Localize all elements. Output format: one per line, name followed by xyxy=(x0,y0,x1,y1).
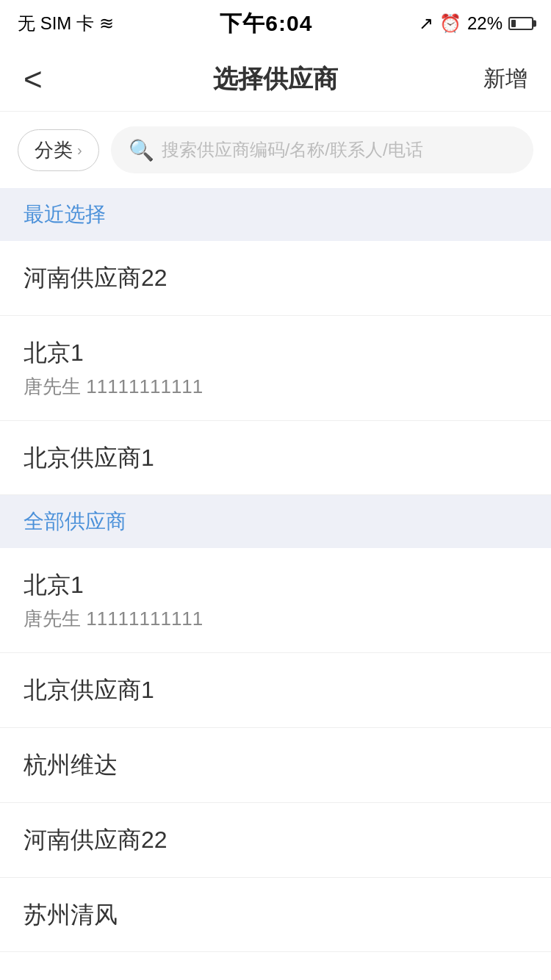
status-right: ↗ ⏰ 22% xyxy=(419,13,533,34)
list-item[interactable]: 河南供应商22 xyxy=(0,241,551,316)
list-item[interactable]: 北京1唐先生 11111111111 xyxy=(0,316,551,421)
search-icon: 🔍 xyxy=(129,138,154,162)
nav-bar: < 选择供应商 新增 xyxy=(0,47,551,112)
chevron-right-icon: › xyxy=(77,142,82,159)
add-button[interactable]: 新增 xyxy=(483,64,527,94)
supplier-name: 北京1 xyxy=(24,569,527,602)
page-title: 选择供应商 xyxy=(213,62,338,96)
all-section-header: 全部供应商 xyxy=(0,495,551,548)
status-time: 下午6:04 xyxy=(220,9,312,39)
all-section-label: 全部供应商 xyxy=(24,508,126,536)
supplier-name: 北京1 xyxy=(24,336,527,370)
recent-list: 河南供应商22北京1唐先生 11111111111北京供应商1 xyxy=(0,241,551,495)
status-bar: 无 SIM 卡 ≋ 下午6:04 ↗ ⏰ 22% xyxy=(0,0,551,47)
sim-status: 无 SIM 卡 ≋ xyxy=(18,12,114,35)
alarm-icon: ⏰ xyxy=(439,13,461,34)
supplier-name: 河南供应商22 xyxy=(24,262,527,295)
back-button[interactable]: < xyxy=(24,61,68,98)
search-input[interactable]: 🔍 搜索供应商编码/名称/联系人/电话 xyxy=(111,126,533,173)
supplier-name: 杭州维达 xyxy=(24,749,527,782)
list-item[interactable]: 北京供应商1 xyxy=(0,421,551,496)
list-item[interactable]: 河南供应商22 xyxy=(0,803,551,878)
category-filter[interactable]: 分类 › xyxy=(18,129,99,171)
battery-level: 22% xyxy=(467,13,503,34)
supplier-name: 北京供应商1 xyxy=(24,442,527,475)
supplier-contact: 唐先生 11111111111 xyxy=(24,606,527,632)
search-placeholder: 搜索供应商编码/名称/联系人/电话 xyxy=(162,138,423,162)
list-item[interactable]: 杭州维达 xyxy=(0,728,551,803)
recent-section-label: 最近选择 xyxy=(24,201,106,228)
recent-section-header: 最近选择 xyxy=(0,188,551,241)
location-icon: ↗ xyxy=(419,13,433,34)
list-item[interactable]: 北京供应商1 xyxy=(0,653,551,728)
supplier-name: 北京供应商1 xyxy=(24,674,527,707)
category-label: 分类 xyxy=(35,137,73,163)
filter-bar: 分类 › 🔍 搜索供应商编码/名称/联系人/电话 xyxy=(0,112,551,188)
battery-icon xyxy=(508,17,533,30)
all-list: 北京1唐先生 11111111111北京供应商1杭州维达河南供应商22苏州清风 xyxy=(0,548,551,952)
list-item[interactable]: 苏州清风 xyxy=(0,878,551,953)
status-left: 无 SIM 卡 ≋ xyxy=(18,12,114,35)
supplier-name: 河南供应商22 xyxy=(24,824,527,857)
list-item[interactable]: 北京1唐先生 11111111111 xyxy=(0,548,551,653)
supplier-name: 苏州清风 xyxy=(24,898,527,932)
supplier-contact: 唐先生 11111111111 xyxy=(24,374,527,400)
